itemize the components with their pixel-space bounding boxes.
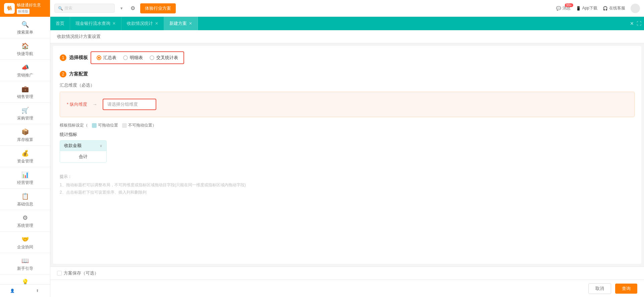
sidebar-item-label: 库存核算 bbox=[17, 137, 33, 143]
legend-draggable-label: 可拖动位置 bbox=[98, 122, 118, 128]
tab-payment[interactable]: 收款情况统计 ✕ bbox=[121, 17, 164, 30]
dimension-area: 纵向维度 → 请选择分组维度 bbox=[60, 92, 635, 117]
tab-home[interactable]: 首页 bbox=[50, 17, 70, 30]
sidebar-item-finance[interactable]: 💰 资金管理 bbox=[0, 146, 50, 167]
topbar-right: 💬 消息 99+ 📱 App下载 🎧 在线客服 bbox=[556, 4, 640, 13]
sidebar-item-search[interactable]: 🔍 搜索菜单 bbox=[0, 17, 50, 38]
save-checkbox-label[interactable]: 方案保存（可选） bbox=[57, 270, 99, 276]
step1-header: 1 选择模板 汇总表 明细表 交叉统计表 bbox=[60, 51, 635, 64]
download-icon: 📱 bbox=[576, 6, 581, 11]
query-button[interactable]: 查询 bbox=[615, 284, 637, 294]
search-bar[interactable]: 🔍 搜索 bbox=[54, 4, 115, 13]
corp-icon: 🤝 bbox=[21, 236, 29, 243]
sidebar-item-purchase[interactable]: 🛒 采购管理 bbox=[0, 103, 50, 124]
tab-newplan-label: 新建方案 bbox=[169, 20, 187, 27]
chat-icon: 🎧 bbox=[603, 6, 608, 11]
metrics-header: 模板指标设定（ 可拖动位置 不可拖动位置） bbox=[60, 122, 635, 128]
save-checkbox[interactable] bbox=[57, 271, 62, 276]
download-btn[interactable]: 📱 App下载 bbox=[576, 5, 597, 11]
message-btn[interactable]: 💬 消息 99+ bbox=[556, 5, 571, 11]
tips-item-1: 1、拖动标题栏可以调整布局，不可跨维度或指标区域拖动目字段(只能在同一维度或指标… bbox=[60, 182, 635, 189]
expand-window-btn[interactable]: ⛶ bbox=[637, 21, 641, 26]
guide-icon: 📖 bbox=[21, 257, 29, 264]
radio-summary[interactable]: 汇总表 bbox=[97, 55, 116, 61]
tab-newplan-close[interactable]: ✕ bbox=[189, 21, 192, 26]
tab-newplan[interactable]: 新建方案 ✕ bbox=[164, 17, 198, 30]
download-label: App下载 bbox=[582, 5, 597, 11]
sidebar-item-marketing[interactable]: 📣 营销推广 bbox=[0, 60, 50, 81]
sidebar-item-hardware[interactable]: 💡 智能硬件 bbox=[0, 275, 50, 284]
sidebar-item-label: 营销推广 bbox=[17, 72, 33, 78]
dimension-placeholder: 请选择分组维度 bbox=[107, 102, 138, 107]
legend-non-draggable-box bbox=[122, 123, 127, 128]
tab-cashflow-close[interactable]: ✕ bbox=[112, 21, 116, 26]
legend-draggable-item: 可拖动位置 bbox=[92, 122, 118, 128]
chat-label: 在线客服 bbox=[609, 5, 625, 11]
breadcrumb-text: 收款情况统计方案设置 bbox=[57, 34, 101, 39]
chevron-down-icon: ▾ bbox=[120, 6, 123, 11]
legend-draggable-box bbox=[92, 123, 97, 128]
system-icon: ⚙ bbox=[22, 214, 28, 221]
tab-cashflow[interactable]: 现金银行流水查询 ✕ bbox=[70, 17, 121, 30]
radio-cross-btn[interactable] bbox=[150, 55, 154, 60]
legend-non-draggable-item: 不可拖动位置） bbox=[122, 122, 156, 128]
sidebar-user-btn[interactable]: 👤 bbox=[0, 287, 25, 294]
user-avatar[interactable] bbox=[631, 4, 640, 13]
cancel-button[interactable]: 取消 bbox=[588, 283, 611, 294]
sidebar-bottom: 👤 ⬆ bbox=[0, 284, 50, 297]
close-window-btn[interactable]: ✕ bbox=[630, 21, 634, 26]
radio-summary-btn[interactable] bbox=[97, 55, 101, 60]
home-icon: 🏠 bbox=[21, 42, 29, 50]
content-area: 1 选择模板 汇总表 明细表 交叉统计表 bbox=[53, 46, 641, 264]
arrow-icon: → bbox=[93, 102, 97, 107]
step1-section: 1 选择模板 汇总表 明细表 交叉统计表 bbox=[60, 51, 635, 64]
user-icon: 👤 bbox=[10, 289, 15, 293]
tab-home-label: 首页 bbox=[56, 20, 64, 27]
sidebar-item-guide[interactable]: 📖 新手引导 bbox=[0, 253, 50, 275]
sidebar-item-corp[interactable]: 🤝 企业协同 bbox=[0, 232, 50, 253]
tips-title: 提示： bbox=[60, 174, 635, 180]
sidebar-item-label: 基础信息 bbox=[17, 201, 33, 207]
dimension-selector[interactable]: 请选择分组维度 bbox=[103, 99, 156, 110]
tips-section: 提示： 1、拖动标题栏可以调整布局，不可跨维度或指标区域拖动目字段(只能在同一维… bbox=[60, 170, 635, 199]
chat-btn[interactable]: 🎧 在线客服 bbox=[603, 5, 625, 11]
tab-payment-close[interactable]: ✕ bbox=[155, 21, 158, 26]
sidebar-item-label: 销售管理 bbox=[17, 94, 33, 100]
step1-title: 选择模板 bbox=[69, 55, 88, 61]
sidebar-item-basic[interactable]: 📋 基础信息 bbox=[0, 189, 50, 210]
settings-btn[interactable]: ⚙ bbox=[128, 4, 138, 13]
tips-item-2: 2、点击标题栏下拉可设置排序、插入列和删除列 bbox=[60, 189, 635, 196]
sidebar-item-nav[interactable]: 🏠 快捷导航 bbox=[0, 38, 50, 60]
inventory-icon: 📦 bbox=[21, 128, 29, 136]
step2-header: 2 方案配置 bbox=[60, 71, 635, 78]
radio-cross[interactable]: 交叉统计表 bbox=[150, 55, 178, 61]
purchase-icon: 🛒 bbox=[21, 107, 29, 114]
sidebar-item-label: 搜索菜单 bbox=[17, 30, 33, 35]
radio-detail[interactable]: 明细表 bbox=[123, 55, 143, 61]
sidebar-item-inventory[interactable]: 📦 库存核算 bbox=[0, 124, 50, 146]
metrics-cell-total: 合计 bbox=[60, 151, 106, 162]
sidebar-upload-btn[interactable]: ⬆ bbox=[25, 287, 50, 294]
sidebar-item-sales[interactable]: 💼 销售管理 bbox=[0, 81, 50, 103]
sidebar-item-label: 采购管理 bbox=[17, 115, 33, 121]
metrics-section-label: 统计指标 bbox=[60, 132, 635, 138]
vertical-dimension-label: 纵向维度 bbox=[67, 101, 87, 107]
main: 🔍 搜索 ▾ ⚙ 体验行业方案 💬 消息 99+ 📱 App下载 🎧 在线客服 bbox=[50, 0, 644, 297]
search-menu-icon: 🔍 bbox=[21, 21, 29, 28]
search-dropdown-btn[interactable]: ▾ bbox=[117, 4, 125, 12]
tab-payment-label: 收款情况统计 bbox=[127, 20, 153, 27]
radio-detail-btn[interactable] bbox=[123, 55, 128, 60]
tabbar: 首页 现金银行流水查询 ✕ 收款情况统计 ✕ 新建方案 ✕ ✕ ⛶ bbox=[50, 17, 644, 30]
gear-icon: ⚙ bbox=[130, 5, 135, 11]
metrics-dropdown-icon[interactable]: ∨ bbox=[100, 144, 102, 148]
sidebar-item-system[interactable]: ⚙ 系统管理 bbox=[0, 210, 50, 232]
step1-number: 1 bbox=[60, 54, 66, 61]
marketing-icon: 📣 bbox=[21, 64, 29, 71]
industry-btn[interactable]: 体验行业方案 bbox=[140, 3, 176, 13]
tabbar-window-actions: ✕ ⛶ bbox=[630, 21, 644, 26]
metrics-column-header[interactable]: 收款金额 ∨ bbox=[60, 141, 106, 151]
radio-detail-label: 明细表 bbox=[130, 55, 143, 61]
message-icon: 💬 bbox=[556, 6, 561, 11]
template-options: 汇总表 明细表 交叉统计表 bbox=[91, 51, 184, 64]
sidebar-item-management[interactable]: 📊 经营管理 bbox=[0, 167, 50, 189]
